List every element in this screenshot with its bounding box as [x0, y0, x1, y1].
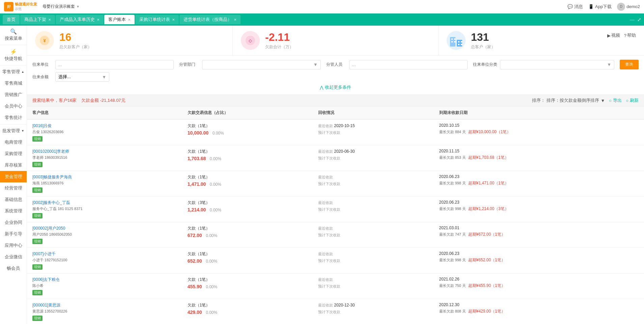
refresh-button[interactable]: ○ 刷新: [626, 97, 639, 104]
cell-customer-info-2: [0003]畅捷服务尹海燕 海燕 18513066976 现销: [27, 171, 182, 197]
category-select[interactable]: ▼: [500, 60, 614, 69]
sidebar-item-system-mgmt[interactable]: 系统管理: [0, 205, 27, 217]
sidebar-item-retail-stats[interactable]: 零售统计: [0, 112, 27, 123]
app-download-icon: 📱: [588, 4, 594, 9]
balance-select[interactable]: 选择... ▼: [55, 72, 109, 82]
company-selector[interactable]: 母婴行业演示账套 ▼: [43, 4, 80, 9]
customer-name-link-5[interactable]: [0007]小进千: [32, 251, 177, 257]
from-unit-input[interactable]: ...: [55, 60, 174, 69]
customer-name-link-1[interactable]: [0001020001]李老师: [32, 149, 177, 154]
diamond-icon: ◇: [245, 35, 256, 46]
debt-amount-row-4: 672.00 0.00%: [188, 233, 307, 238]
tab-incoming-stats-close[interactable]: ✕: [234, 18, 236, 22]
overdue-amount-6[interactable]: 超期¥455.90（1笔）: [468, 283, 505, 288]
debt-ratio-4: 0.00%: [206, 233, 217, 238]
sidebar-item-batch-mgmt[interactable]: 批发管理 ▼: [0, 125, 27, 137]
company-dropdown-icon[interactable]: ▼: [76, 5, 80, 8]
overdue-amount-3[interactable]: 超期¥1,214.00（3笔）: [468, 206, 509, 211]
user-profile[interactable]: D demo2: [617, 3, 640, 11]
video-button[interactable]: ▶ 视频: [607, 32, 620, 38]
department-select[interactable]: ▼: [202, 60, 320, 69]
tab-customer-account-close[interactable]: ✕: [128, 18, 131, 22]
help-label: 帮助: [627, 32, 636, 38]
sidebar-item-purchase-mgmt-label: 采购管理: [5, 151, 22, 157]
result-actions: 排序： 排序：按欠款金额倒序排序 ▼ ○ 导出 ○ 刷新: [532, 97, 639, 104]
help-button[interactable]: ? 帮助: [624, 32, 636, 38]
search-button[interactable]: 查询: [620, 60, 639, 69]
tab-product-status[interactable]: 商品上下架 ✕: [20, 15, 55, 24]
tab-expand-icon[interactable]: ⤢: [637, 17, 641, 22]
sidebar-item-operations[interactable]: 经营管理: [0, 182, 27, 194]
video-icon: ▶: [607, 33, 611, 38]
stat-label-total-customers: 总客户（家）: [471, 44, 602, 50]
overdue-days-0: 最长欠款 884 天: [439, 130, 467, 134]
sidebar-item-ecommerce[interactable]: 电商管理: [0, 137, 27, 148]
customer-name-link-7[interactable]: [000001]黄思源: [32, 302, 177, 308]
overdue-amount-2[interactable]: 超期¥1,471.00（1笔）: [468, 181, 509, 185]
overdue-amount-4[interactable]: 超期¥672.00（1笔）: [468, 232, 505, 237]
filter-row-2: 往来余额 选择... ▼: [32, 72, 639, 82]
customer-name-link-3[interactable]: [0002]服务中心_丁磊: [32, 200, 177, 206]
sidebar-item-purchase-mgmt[interactable]: 采购管理: [0, 148, 27, 159]
overdue-date-3: 2020.06.23: [439, 200, 639, 205]
cell-recovery-0: 最近收款 2020-10-15 预计下次收款: [313, 119, 434, 145]
refresh-label: 刷新: [630, 97, 639, 104]
message-button[interactable]: 💬 消息: [567, 4, 583, 10]
sidebar-item-enterprise-collab[interactable]: 企业协同: [0, 217, 27, 228]
sort-selector[interactable]: 排序： 排序：按欠款金额倒序排序 ▼: [532, 97, 605, 104]
overdue-amount-7[interactable]: 超期¥429.00（1笔）: [468, 309, 505, 314]
tab-customer-account[interactable]: 客户账本 ✕: [104, 15, 135, 24]
collapse-filter-button[interactable]: ⋀ 收起更多条件: [32, 84, 639, 90]
sidebar-item-finance[interactable]: 资金管理: [0, 171, 27, 182]
sidebar-item-vip-member[interactable]: 畅会员: [0, 263, 27, 274]
category-label: 往来单位分类: [473, 62, 497, 67]
app-download-button[interactable]: 📱 App下载: [588, 4, 612, 10]
tab-purchase-order-stats[interactable]: 采购订单统计表 ✕: [135, 15, 179, 24]
sidebar-item-search[interactable]: 🔍 搜索菜单: [0, 26, 27, 44]
cell-customer-info-1: [0001020001]李老师 李老师 18600391516 现销: [27, 145, 182, 171]
tab-collapse-icon[interactable]: —: [630, 17, 635, 22]
cell-debt-info-7: 欠款（1笔） 429.00 0.00%: [182, 299, 313, 324]
sidebar-item-enterprise-wechat[interactable]: 企业微信: [0, 251, 27, 263]
overdue-amount-0[interactable]: 超期¥10,000.00（1笔）: [468, 129, 511, 134]
last-collection-1: 最近收款 2020-06-30: [318, 149, 428, 154]
overdue-amount-1[interactable]: 超期¥1,703.68（1笔）: [468, 155, 509, 160]
sidebar-item-basic-info[interactable]: 基础信息: [0, 194, 27, 205]
content-area: ¥ 16 总欠款客户（家） ◇ -2.11 欠款合计（: [27, 26, 644, 324]
customer-name-link-4[interactable]: [000002]用户2050: [32, 226, 177, 231]
logo-area: 好 畅捷通好生意 示范: [4, 2, 37, 11]
sidebar-item-new-guide[interactable]: 新手引导: [0, 228, 27, 240]
sidebar-item-quick-nav[interactable]: ⚡ 快捷导航: [0, 46, 27, 64]
tab-purchase-order-stats-close[interactable]: ✕: [172, 18, 175, 22]
sidebar-item-member-center[interactable]: 会员中心: [0, 100, 27, 112]
tab-production-history[interactable]: 产成品入库单历史 ✕: [56, 15, 104, 24]
customer-phone-4: 用户2050 18665062050: [32, 232, 177, 237]
filter-area: 往来单位 ... 分管部门 ▼ 分管人员 ...: [27, 56, 644, 95]
next-collection-0: 预计下次收款: [318, 130, 428, 135]
customer-name-link-0[interactable]: [0016]吕俊: [32, 123, 177, 129]
sidebar-item-retail-mall[interactable]: 零售商城: [0, 78, 27, 89]
person-input[interactable]: ...: [349, 60, 468, 69]
debt-amount-2: 1,471.00: [188, 181, 206, 187]
overdue-days-6: 最长欠款 750 天: [439, 284, 467, 288]
tab-incoming-stats[interactable]: 进货单统计表（按商品） ✕: [179, 15, 241, 24]
customer-table: 客户信息 欠款交易信息（占比） 回收情况 到期未收款日期 [0016]吕俊 吕俊…: [27, 107, 644, 324]
tab-home[interactable]: 首页: [3, 15, 20, 24]
quick-nav-icon: ⚡: [10, 49, 17, 55]
tab-production-history-close[interactable]: ✕: [97, 18, 100, 22]
cell-debt-info-1: 欠款（1笔） 1,703.68 0.00%: [182, 145, 313, 171]
customer-name-link-6[interactable]: [0006]去下粮仓: [32, 277, 177, 283]
overdue-amount-5[interactable]: 超期¥652.00（1笔）: [468, 258, 505, 262]
stat-label-debt-customers: 总欠款客户（家）: [59, 44, 224, 50]
sidebar-item-retail-mgmt[interactable]: 零售管理 ▲: [0, 66, 27, 78]
sidebar-item-retail-mall-label: 零售商城: [5, 80, 22, 86]
cell-debt-info-6: 欠款（1笔） 455.90 0.00%: [182, 273, 313, 299]
batch-mgmt-arrow-icon: ▼: [21, 129, 24, 132]
customer-name-link-2[interactable]: [0003]畅捷服务尹海燕: [32, 174, 177, 180]
customer-tag-7: 现销: [32, 316, 43, 321]
sidebar-item-app-center[interactable]: 应用中心: [0, 240, 27, 251]
export-button[interactable]: ○ 导出: [609, 97, 622, 104]
sidebar-item-inventory[interactable]: 库存核算: [0, 159, 27, 171]
sidebar-item-marketing[interactable]: 营销推广: [0, 89, 27, 100]
tab-product-status-close[interactable]: ✕: [48, 18, 51, 22]
